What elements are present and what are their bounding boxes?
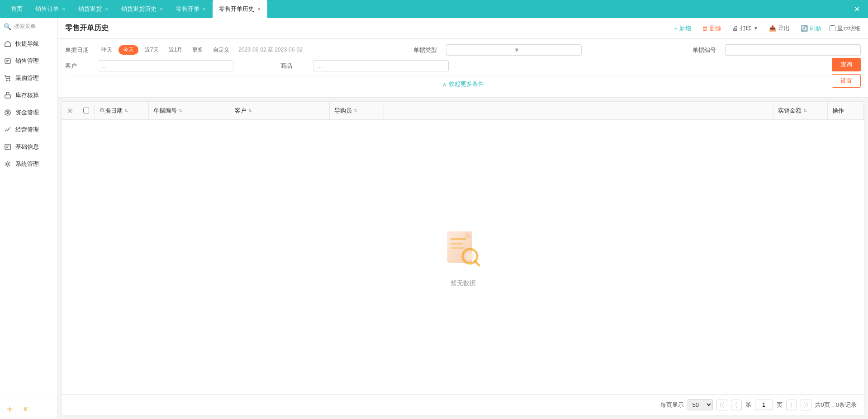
print-button[interactable]: 🖨 打印 ▼ [730, 23, 761, 34]
page-number-input[interactable] [755, 400, 773, 410]
sidebar-item-base-info[interactable]: 基础信息 [0, 138, 57, 155]
sidebar-item-inventory[interactable]: 库存核算 [0, 87, 57, 104]
add-button[interactable]: + 新增 [672, 23, 694, 34]
date-filter-group: 昨天 今天 近7天 近1月 更多 自定义 [98, 45, 233, 55]
th-number[interactable]: 单据编号 ⇅ [149, 102, 230, 120]
sidebar-item-label-finance: 资金管理 [15, 108, 39, 117]
refresh-icon: 🔄 [801, 25, 808, 32]
total-info: 共0页，0条记录 [815, 401, 857, 409]
page-label-post: 页 [777, 401, 783, 409]
sidebar-item-system[interactable]: 系统管理 [0, 155, 57, 173]
customer-select[interactable]: ... [98, 60, 233, 71]
purchase-icon [4, 74, 12, 82]
sidebar-search-label: 搜索菜单 [14, 23, 36, 30]
next-page-button[interactable]: ⟩ [786, 400, 797, 410]
doc-number-input[interactable] [725, 44, 861, 56]
export-button[interactable]: 📤 导出 [766, 23, 792, 34]
tab-retail-open[interactable]: 零售开单 ✕ [170, 0, 213, 18]
th-customer[interactable]: 客户 ⇅ [230, 102, 330, 120]
data-table-container: 单据日期 ⇅ 单据编号 ⇅ 客户 ⇅ 导购员 ⇅ 实销金额 [62, 101, 864, 415]
date-range-display: 2023-06-02 至 2023-06-02 [238, 46, 302, 54]
filter-row-2: 客户 ... 商品 ... [65, 60, 861, 71]
th-date[interactable]: 单据日期 ⇅ [95, 102, 149, 120]
add-icon: + [674, 25, 678, 32]
refresh-label: 刷新 [810, 24, 821, 33]
prev-page-button[interactable]: ⟨ [731, 400, 742, 410]
th-guide[interactable]: 导购员 ⇅ [330, 102, 384, 120]
date-btn-custom[interactable]: 自定义 [209, 45, 233, 55]
date-btn-today[interactable]: 今天 [119, 45, 138, 55]
tab-sales-return[interactable]: 销货退货 ✕ [72, 0, 115, 18]
side-action-buttons: 查询 设置 [832, 58, 861, 88]
chevron-down-icon: ▼ [514, 47, 578, 53]
empty-state: 暂无数据 [62, 120, 864, 394]
collapse-label: 收起更多条件 [449, 80, 484, 88]
date-btn-last-month[interactable]: 近1月 [165, 45, 186, 55]
date-btn-last7[interactable]: 近7天 [141, 45, 162, 55]
th-guide-label: 导购员 [334, 107, 352, 115]
page-size-label: 每页显示 [660, 401, 684, 409]
sidebar-item-label-quick-nav: 快捷导航 [15, 40, 39, 48]
tab-close-retail-open[interactable]: ✕ [202, 6, 206, 12]
window-close-button[interactable]: ✕ [850, 3, 863, 15]
collapse-more-row: ∧ 收起更多条件 [65, 76, 861, 92]
tab-retail-history[interactable]: 零售开单历史 ✕ [213, 0, 267, 18]
sidebar-item-label-operations: 经营管理 [15, 126, 39, 134]
sidebar-item-purchase[interactable]: 采购管理 [0, 70, 57, 87]
svg-line-16 [475, 261, 479, 265]
last-page-button[interactable]: ⟩⟩ [801, 400, 811, 410]
svg-rect-5 [5, 144, 10, 150]
date-filter-label: 单据日期 [65, 46, 92, 54]
sidebar-item-label-purchase: 采购管理 [15, 74, 39, 82]
sort-number-icon: ⇅ [179, 108, 182, 113]
doc-type-select[interactable]: ▼ [446, 44, 582, 56]
empty-icon [441, 227, 486, 272]
home-icon [4, 40, 12, 48]
date-btn-more[interactable]: 更多 [189, 45, 207, 55]
settings-button[interactable]: 设置 [832, 74, 861, 88]
print-icon: 🖨 [732, 25, 738, 32]
product-label: 商品 [280, 62, 308, 70]
top-tab-bar: 首页 销售订单 ✕ 销货退货 ✕ 销货退货历史 ✕ 零售开单 ✕ 零售开单历史 … [0, 0, 868, 18]
sidebar-item-label-base-info: 基础信息 [15, 143, 39, 151]
base-info-icon [4, 143, 12, 151]
sidebar-search[interactable]: 🔍 搜索菜单 [0, 18, 57, 35]
page-size-select[interactable]: 50 100 200 [688, 399, 713, 410]
sidebar-item-finance[interactable]: 资金管理 [0, 104, 57, 121]
doc-type-label: 单据类型 [413, 46, 441, 54]
sort-customer-icon: ⇅ [248, 108, 252, 113]
tab-close-sales-return[interactable]: ✕ [104, 6, 109, 12]
svg-rect-13 [451, 247, 465, 249]
query-button[interactable]: 查询 [832, 58, 861, 71]
system-icon [4, 160, 12, 168]
th-amount[interactable]: 实销金额 ⇅ [773, 102, 828, 120]
date-btn-yesterday[interactable]: 昨天 [98, 45, 116, 55]
refresh-button[interactable]: 🔄 刷新 [798, 23, 824, 34]
th-customer-label: 客户 [235, 107, 247, 115]
search-icon: 🔍 [4, 23, 11, 30]
collapse-more-button[interactable]: ∧ 收起更多条件 [442, 78, 484, 90]
tab-close-retail-history[interactable]: ✕ [257, 6, 261, 12]
sidebar-collapse-button[interactable] [20, 403, 33, 415]
page-label-pre: 第 [745, 401, 751, 409]
sidebar-bottom [0, 399, 57, 419]
tab-home[interactable]: 首页 [5, 0, 29, 18]
add-label: 新增 [679, 24, 691, 33]
sidebar-item-sales[interactable]: 销售管理 [0, 52, 57, 70]
tab-sales-order[interactable]: 销售订单 ✕ [29, 0, 72, 18]
sidebar-item-operations[interactable]: 经营管理 [0, 121, 57, 138]
first-page-button[interactable]: ⟨⟨ [716, 400, 727, 410]
delete-button[interactable]: 🗑 删除 [699, 23, 724, 34]
display-detail-checkbox[interactable] [830, 25, 835, 31]
main-layout: 🔍 搜索菜单 快捷导航 销售管理 采购管理 库存核算 [0, 18, 868, 419]
tab-sales-return-history[interactable]: 销货退货历史 ✕ [115, 0, 170, 18]
product-select[interactable]: ... [313, 60, 449, 71]
sidebar-gear-button[interactable] [4, 403, 16, 415]
table-header-checkbox[interactable] [78, 102, 95, 120]
select-all-checkbox[interactable] [83, 108, 89, 113]
display-detail-checkbox-label[interactable]: 显示明细 [830, 24, 861, 33]
sidebar-item-quick-nav[interactable]: 快捷导航 [0, 35, 57, 52]
tab-close-sales-order[interactable]: ✕ [62, 6, 66, 12]
tab-close-sales-return-history[interactable]: ✕ [159, 6, 163, 12]
table-settings-icon[interactable] [62, 102, 78, 120]
